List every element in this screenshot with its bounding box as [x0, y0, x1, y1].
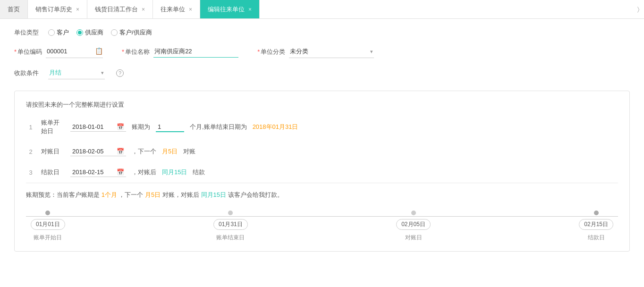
tab-home-label: 首页 — [8, 5, 20, 14]
tab-sales-history-close[interactable]: × — [76, 6, 79, 13]
tab-partner-close[interactable]: × — [189, 6, 192, 13]
unit-category-group: 单位分类 未分类 ▾ — [257, 45, 374, 58]
setting-row-1: 1 账单开始日 📅 账期为 个月,账单结束日期为 2018年01月31日 — [26, 118, 618, 135]
timeline-dot-1 — [45, 211, 50, 215]
radio-supplier-label: 供应商 — [85, 28, 103, 37]
payment-terms-value: 月结 — [49, 68, 61, 77]
settings-panel: 请按照未来的一个完整帐期进行设置 1 账单开始日 📅 账期为 个月,账单结束日期… — [14, 91, 630, 252]
timeline-node-2: 01月31日 账单结束日 — [213, 211, 248, 242]
row-type-3: 结款日 — [41, 168, 65, 177]
date-input-3-wrap: 📅 — [70, 168, 126, 177]
unit-type-label: 单位类型 — [14, 28, 39, 37]
preview-part1: 1个月 — [102, 191, 117, 198]
calendar-icon-2[interactable]: 📅 — [117, 148, 124, 155]
timeline-badge-4: 02月15日 — [579, 219, 613, 230]
row2-post: 对账 — [183, 147, 195, 156]
chevron-down-icon: ▾ — [370, 49, 373, 55]
unit-name-group: 单位名称 — [122, 46, 238, 58]
tab-sales-history-label: 销售订单历史 — [35, 5, 72, 14]
payment-terms-select[interactable]: 月结 ▾ — [48, 67, 105, 79]
unit-category-select[interactable]: 未分类 ▾ — [289, 45, 374, 58]
row2-highlight: 月5日 — [162, 147, 178, 156]
copy-icon[interactable]: 📋 — [95, 47, 103, 55]
preview-text: 账期预览：当前客户账期是 1个月 ，下一个 月5日 对账，对账后 同月15日 该… — [26, 191, 618, 199]
radio-customer[interactable]: 客户 — [48, 28, 69, 37]
row-type-2: 对账日 — [41, 147, 65, 156]
tab-partner[interactable]: 往来单位 × — [153, 0, 200, 18]
main-content: 单位类型 客户 供应商 客户/供应商 单位编码 📋 单位 — [0, 19, 644, 287]
timeline-node-1: 01月01日 账单开始日 — [31, 211, 65, 242]
tab-home[interactable]: 首页 — [0, 0, 28, 18]
radio-customer-supplier[interactable]: 客户/供应商 — [111, 28, 152, 37]
row-type-1: 账单开始日 — [41, 118, 65, 135]
calendar-icon-1[interactable]: 📅 — [117, 123, 124, 130]
payment-terms-row: 收款条件 月结 ▾ ? — [14, 67, 630, 79]
radio-customer-circle — [48, 29, 55, 36]
unit-code-label: 单位编码 — [14, 48, 42, 56]
unit-code-group: 单位编码 📋 — [14, 46, 103, 58]
unit-code-input-wrap: 📋 — [46, 46, 103, 58]
row3-post: 结款 — [193, 168, 205, 177]
tab-expand-button[interactable]: 〉 — [633, 0, 644, 18]
unit-type-radio-group: 客户 供应商 客户/供应商 — [48, 28, 152, 37]
unit-category-value: 未分类 — [290, 47, 308, 56]
period-label: 账期为 — [132, 123, 150, 131]
row3-pre: ，对账后 — [132, 168, 156, 177]
tab-partner-label: 往来单位 — [161, 5, 185, 14]
timeline-badge-1: 01月01日 — [31, 219, 65, 230]
timeline-label-4: 结款日 — [588, 234, 605, 242]
timeline-dot-3 — [411, 211, 416, 215]
radio-customer-label: 客户 — [57, 28, 69, 37]
timeline-badge-3: 02月05日 — [396, 219, 431, 230]
period-end-date: 2018年01月31日 — [253, 123, 298, 131]
payment-terms-chevron-icon: ▾ — [101, 70, 104, 76]
row-num-2: 2 — [26, 148, 35, 155]
date-input-1-wrap: 📅 — [70, 122, 126, 132]
unit-name-input[interactable] — [153, 46, 238, 58]
tab-daily-clear[interactable]: 钱货日清工作台 × — [87, 0, 153, 18]
period-input[interactable] — [156, 122, 184, 132]
radio-customer-supplier-label: 客户/供应商 — [119, 28, 152, 37]
timeline-items: 01月01日 账单开始日 01月31日 账单结束日 02月05日 对账日 — [31, 211, 613, 242]
tab-daily-clear-label: 钱货日清工作台 — [95, 5, 138, 14]
date-input-2-wrap: 📅 — [70, 147, 126, 156]
preview-part3: 同月15日 — [201, 191, 226, 198]
preview-suffix: 该客户会给我打款。 — [228, 191, 283, 198]
unit-type-row: 单位类型 客户 供应商 客户/供应商 — [14, 28, 630, 37]
radio-supplier[interactable]: 供应商 — [76, 28, 103, 37]
date-input-2[interactable] — [72, 148, 115, 155]
tab-sales-history[interactable]: 销售订单历史 × — [28, 0, 87, 18]
payment-terms-label: 收款条件 — [14, 69, 39, 77]
timeline-label-2: 账单结束日 — [216, 234, 245, 242]
tab-edit-partner-label: 编辑往来单位 — [208, 5, 245, 14]
tab-daily-clear-close[interactable]: × — [142, 6, 145, 13]
unit-name-label: 单位名称 — [122, 48, 150, 56]
date-input-1[interactable] — [72, 123, 115, 130]
help-icon[interactable]: ? — [116, 69, 124, 77]
row-num-1: 1 — [26, 124, 35, 131]
setting-row-2: 2 对账日 📅 ，下一个 月5日 对账 — [26, 147, 618, 156]
unit-category-label: 单位分类 — [257, 48, 285, 56]
tab-bar: 首页 销售订单历史 × 钱货日清工作台 × 往来单位 × 编辑往来单位 × 〉 — [0, 0, 644, 19]
row2-pre: ，下一个 — [132, 147, 156, 156]
timeline-node-4: 02月15日 结款日 — [579, 211, 613, 242]
date-input-3[interactable] — [72, 169, 115, 176]
unit-info-row: 单位编码 📋 单位名称 单位分类 未分类 ▾ — [14, 45, 630, 58]
timeline-label-3: 对账日 — [405, 234, 422, 242]
preview-between2: 对账，对账后 — [162, 191, 199, 198]
timeline-dot-2 — [228, 211, 233, 215]
unit-code-input[interactable] — [46, 46, 93, 57]
row3-highlight: 同月15日 — [162, 168, 187, 177]
period-unit-text: 个月,账单结束日期为 — [190, 123, 247, 131]
timeline-label-1: 账单开始日 — [34, 234, 62, 242]
timeline-node-3: 02月05日 对账日 — [396, 211, 431, 242]
timeline-dot-4 — [594, 211, 599, 215]
tab-edit-partner-close[interactable]: × — [248, 6, 252, 13]
preview-prefix: 账期预览：当前客户账期是 — [26, 191, 100, 198]
calendar-icon-3[interactable]: 📅 — [117, 169, 124, 176]
row-num-3: 3 — [26, 169, 35, 176]
radio-supplier-circle — [76, 29, 83, 36]
radio-customer-supplier-circle — [111, 29, 118, 36]
panel-title: 请按照未来的一个完整帐期进行设置 — [26, 101, 618, 109]
tab-edit-partner[interactable]: 编辑往来单位 × — [200, 0, 260, 18]
